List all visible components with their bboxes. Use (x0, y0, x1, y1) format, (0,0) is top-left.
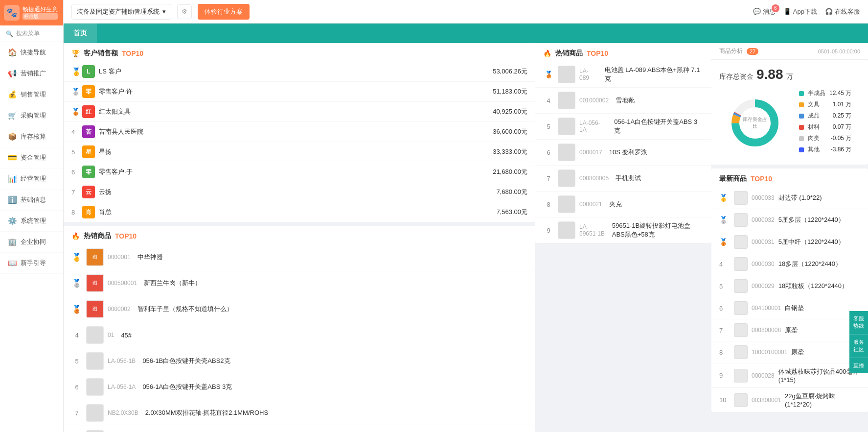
service-icon: 🎧 (825, 8, 833, 15)
rank-num: 🥈 (71, 88, 82, 96)
rank-num: 5 (719, 283, 730, 290)
app-name: 畅捷通好生意 (23, 6, 58, 14)
rank-num: 5 (71, 148, 82, 156)
legend-item: 成品 0.25 万 (799, 112, 851, 120)
list-item: 9 0000028 体城荔枝味苏打饮品400毫升 (1*15) (711, 363, 868, 388)
sidebar-item-enterprise[interactable]: 🏢 企业协同 (0, 232, 63, 253)
sidebar-logo[interactable]: 🐾 畅捷通好生意 标准版 (0, 0, 63, 25)
product-code: 0000002 (108, 306, 131, 312)
float-community[interactable]: 服务社区 (849, 335, 868, 358)
table-row: 6 零 零售客户·于 21,680.00元 (64, 162, 535, 182)
float-service: 客服热线 服务社区 直播 (849, 311, 868, 373)
chevron-down-icon: ▾ (162, 8, 166, 15)
product-name: 雪地靴 (616, 96, 635, 105)
rank-num: 4 (71, 128, 82, 136)
sidebar-item-finance[interactable]: 💳 资金管理 (0, 147, 63, 168)
online-service-button[interactable]: 🎧 在线客服 (825, 7, 860, 16)
rank-medal: 🥇 (71, 253, 82, 262)
main-wrapper: 装备及固定资产辅助管理系统 ▾ ⚙ 体验行业方案 💬 消息 6 📱 App下载 … (64, 0, 868, 432)
list-item: 10 003800001 22g鱼豆腐·烧烤味 (1*12*20) (711, 388, 868, 412)
sidebar-search[interactable]: 🔍 搜索菜单 (0, 25, 63, 42)
product-image (734, 213, 748, 227)
trial-button[interactable]: 体验行业方案 (198, 4, 250, 20)
app-badge: 标准版 (23, 13, 58, 20)
right-panel: 商品分析 27 0501-05 00:00:00 库存总资金 9.88 万 (711, 43, 868, 432)
tab-home[interactable]: 首页 (64, 24, 97, 43)
message-badge: 6 (772, 4, 779, 12)
product-code: 0000001 (108, 254, 131, 261)
settings-button[interactable]: ⚙ (177, 4, 192, 19)
legend-dot (799, 125, 804, 130)
tab-home-label: 首页 (73, 29, 87, 38)
sidebar-item-purchase[interactable]: 🛒 采购管理 (0, 105, 63, 126)
table-row: 7 云 云扬 7,680.00元 (64, 182, 535, 202)
product-image (558, 144, 575, 161)
customer-name: 苦南县人民医院 (99, 127, 493, 136)
sidebar-item-marketing[interactable]: 📢 营销推广 (0, 63, 63, 84)
legend-value: 12.45 万 (829, 89, 851, 97)
list-item: 9 LA-59651-1B 59651-1B旋转投影灯电池盒 ABS黑色+58克 (535, 217, 711, 243)
sidebar-item-guide[interactable]: 📖 新手引导 (0, 253, 63, 274)
product-code: 000800008 (752, 327, 781, 334)
product-name: 59651-1B旋转投影灯电池盒 ABS黑色+58克 (612, 221, 704, 239)
rank-num: 6 (543, 149, 554, 156)
purchase-icon: 🛒 (8, 111, 17, 120)
sidebar-item-label: 资金管理 (21, 153, 46, 162)
rank-num: 10 (719, 396, 730, 404)
list-item: 🥈 0000032 5厘多层（1220*2440） (711, 209, 868, 231)
app-download-button[interactable]: 📱 App下载 (783, 7, 817, 16)
product-code: 0000030 (752, 261, 775, 267)
rank-num: 7 (543, 175, 554, 182)
product-image (558, 169, 575, 187)
message-button[interactable]: 💬 消息 6 (753, 7, 776, 16)
left-panel: 🏆 客户销售额 TOP10 🥇 L LS 客户 53,006.26元 (64, 43, 535, 432)
customer-name: 红太阳文具 (99, 107, 493, 116)
legend-value: 0.07 万 (833, 123, 852, 131)
legend-value: -0.05 万 (831, 134, 852, 143)
sidebar-item-label: 基础信息 (21, 195, 46, 204)
product-image (558, 118, 575, 135)
product-code: LA-056-1A (579, 120, 607, 133)
sidebar-item-operations[interactable]: 📊 经营管理 (0, 168, 63, 190)
sidebar-item-home[interactable]: 🏠 快捷导航 (0, 42, 63, 63)
rank-num: 6 (71, 384, 82, 391)
system-icon: ⚙️ (8, 216, 17, 225)
legend-dot (799, 136, 804, 141)
table-row: 🥈 零 零售客户·许 51,183.00元 (64, 82, 535, 102)
list-item: 8 0000011 12070519-xs (64, 426, 535, 432)
sidebar-item-label: 销售管理 (21, 90, 46, 99)
sidebar-item-sales[interactable]: 💰 销售管理 (0, 84, 63, 105)
rank-medal: 🥇 (719, 194, 730, 202)
product-code: 001000002 (579, 97, 609, 104)
avatar: 云 (82, 186, 95, 198)
sidebar-item-inventory[interactable]: 📦 库存核算 (0, 126, 63, 147)
sidebar-item-label: 营销推广 (21, 69, 46, 78)
legend-name: 材料 (808, 123, 829, 131)
product-name: 白钢垫 (785, 304, 860, 312)
product-image (734, 279, 748, 293)
float-live[interactable]: 直播 (849, 358, 868, 373)
customer-name: 肖总 (99, 208, 496, 216)
rank-medal: 🥉 (719, 238, 730, 246)
table-row: 4 苦 苦南县人民医院 36,600.00元 (64, 122, 535, 142)
avatar: 肖 (82, 206, 95, 218)
inventory-topbar-amount: 0501-05 00:00:00 (818, 48, 860, 54)
float-customer-service[interactable]: 客服热线 (849, 311, 868, 335)
sales-icon: 💰 (8, 90, 17, 99)
avatar: 星 (82, 145, 95, 158)
sidebar-item-system[interactable]: ⚙️ 系统管理 (0, 211, 63, 232)
enterprise-icon: 🏢 (8, 238, 17, 246)
product-name: 中华神器 (137, 253, 163, 262)
product-name: 056-1A白色按键开关盖ABS 3克 (614, 118, 704, 135)
rank-num: 5 (543, 123, 554, 130)
product-name: 封边带 (1.0*22) (778, 193, 860, 202)
product-image (734, 235, 748, 249)
sidebar-item-basics[interactable]: ℹ️ 基础信息 (0, 190, 63, 211)
customer-ranking-card: 🏆 客户销售额 TOP10 🥇 L LS 客户 53,006.26元 (64, 43, 535, 222)
chart-legend: 半成品 12.45 万 文具 1.01 万 成品 0.25 万 (799, 89, 851, 157)
product-image (558, 195, 575, 213)
system-name: 装备及固定资产辅助管理系统 (77, 7, 160, 16)
inventory-header: 库存总资金 9.88 万 (711, 60, 868, 84)
legend-value: -3.86 万 (831, 145, 852, 154)
system-selector[interactable]: 装备及固定资产辅助管理系统 ▾ (71, 4, 171, 20)
